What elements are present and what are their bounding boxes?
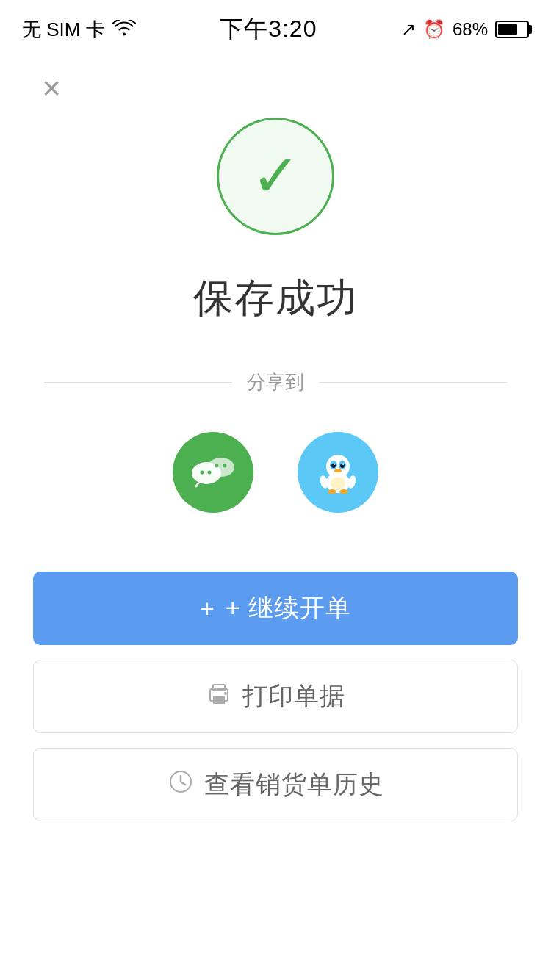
wechat-share-button[interactable] <box>173 432 253 513</box>
share-label: 分享到 <box>232 370 319 395</box>
location-icon: ↗ <box>401 19 416 40</box>
main-content: ✓ 保存成功 分享到 <box>0 59 551 821</box>
status-left: 无 SIM 卡 <box>22 17 136 43</box>
svg-point-1 <box>208 458 234 477</box>
svg-point-8 <box>331 464 336 468</box>
status-right: ↗ ⏰ 68% <box>401 19 529 40</box>
svg-point-3 <box>223 464 227 468</box>
svg-point-4 <box>201 471 204 475</box>
svg-point-23 <box>224 692 227 695</box>
success-title: 保存成功 <box>193 272 358 325</box>
alarm-icon: ⏰ <box>423 19 445 40</box>
close-button[interactable]: × <box>29 66 73 110</box>
wechat-icon <box>187 447 239 498</box>
print-label: 打印单据 <box>242 680 345 713</box>
battery-fill <box>498 24 517 35</box>
svg-point-16 <box>328 489 336 494</box>
history-label: 查看销货单历史 <box>204 768 384 801</box>
battery-icon-container <box>495 21 529 38</box>
success-circle: ✓ <box>217 118 334 235</box>
svg-point-17 <box>339 489 348 494</box>
plus-icon: + <box>200 594 215 623</box>
divider-left <box>44 382 232 383</box>
battery-percent: 68% <box>453 19 488 40</box>
qq-share-button[interactable] <box>298 432 378 513</box>
status-time: 下午3:20 <box>220 13 317 46</box>
share-icons-container <box>173 432 378 513</box>
continue-label: + 继续开单 <box>226 591 351 625</box>
print-icon <box>206 680 232 713</box>
history-icon <box>168 768 194 801</box>
history-button[interactable]: 查看销货单历史 <box>33 748 518 821</box>
print-button[interactable]: 打印单据 <box>33 660 518 733</box>
svg-rect-21 <box>213 696 225 704</box>
action-buttons: + + 继续开单 打印单据 查看销货单历 <box>33 572 518 821</box>
status-bar: 无 SIM 卡 下午3:20 ↗ ⏰ 68% <box>0 0 551 59</box>
qq-icon <box>314 449 362 497</box>
divider-right <box>319 382 507 383</box>
close-icon: × <box>42 72 61 104</box>
continue-button[interactable]: + + 继续开单 <box>33 572 518 645</box>
battery-icon <box>495 21 529 38</box>
svg-point-2 <box>215 464 219 468</box>
checkmark-icon: ✓ <box>251 147 300 206</box>
carrier-text: 无 SIM 卡 <box>22 17 105 43</box>
share-divider: 分享到 <box>0 370 551 395</box>
svg-point-9 <box>334 464 335 465</box>
svg-point-5 <box>208 471 212 475</box>
svg-point-11 <box>340 464 345 468</box>
svg-point-15 <box>331 477 345 490</box>
wifi-icon <box>112 18 136 41</box>
svg-point-12 <box>342 464 344 465</box>
